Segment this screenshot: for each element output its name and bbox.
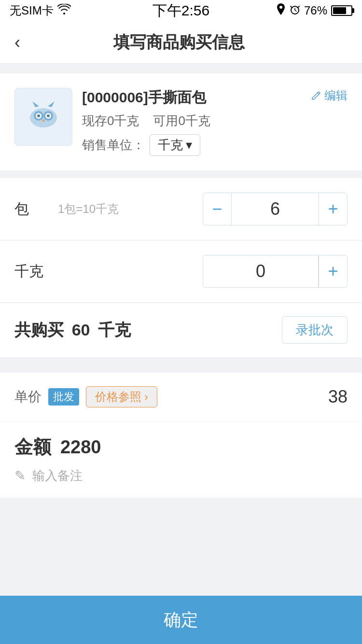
battery-percent: 76% xyxy=(304,4,327,17)
remark-placeholder: 输入备注 xyxy=(32,467,83,484)
svg-point-6 xyxy=(37,114,40,117)
wholesale-tag: 批发 xyxy=(48,388,79,406)
kilogram-increment-button[interactable]: + xyxy=(319,255,348,288)
remark-row[interactable]: ✎ 输入备注 xyxy=(14,467,348,484)
package-label: 包 xyxy=(14,199,53,219)
chevron-right-icon: › xyxy=(144,390,148,404)
kilogram-input[interactable] xyxy=(203,255,319,288)
price-section: 单价 批发 价格参照 › 38 xyxy=(0,373,362,421)
price-label: 单价 xyxy=(14,388,42,406)
total-amount: 60 xyxy=(72,321,90,339)
product-stock: 现存0千克 可用0千克 xyxy=(82,112,348,129)
batch-button[interactable]: 录批次 xyxy=(282,316,348,344)
kilogram-row: 千克 + xyxy=(0,240,362,303)
status-time: 下午2:56 xyxy=(153,1,209,21)
package-increment-button[interactable]: + xyxy=(319,193,348,225)
location-icon xyxy=(276,3,286,18)
separator-2 xyxy=(0,357,362,365)
product-card: [0000006]手撕面包 编辑 现存0千克 可用0千克 销售单位： 千克 ▾ xyxy=(0,73,362,170)
sim-label: 无SIM卡 xyxy=(10,3,54,18)
kilogram-control: + xyxy=(203,255,348,288)
wifi-icon xyxy=(57,4,71,17)
total-text: 共购买 60 千克 xyxy=(14,319,131,341)
page-title: 填写商品购买信息 xyxy=(30,31,328,54)
price-ref-button[interactable]: 价格参照 › xyxy=(86,386,157,407)
nav-bar: ‹ 填写商品购买信息 xyxy=(0,21,362,64)
status-right: 76% xyxy=(276,3,352,18)
confirm-button[interactable]: 确定 xyxy=(0,596,362,644)
package-decrement-button[interactable]: − xyxy=(203,193,232,225)
amount-value: 2280 xyxy=(60,437,101,457)
edit-button[interactable]: 编辑 xyxy=(311,88,348,103)
package-control: − + xyxy=(203,193,348,225)
product-unit-row: 销售单位： 千克 ▾ xyxy=(82,134,348,156)
quantity-section: 包 1包=10千克 − + 千克 + xyxy=(0,178,362,303)
product-name: [0000006]手撕面包 xyxy=(82,88,206,108)
back-button[interactable]: ‹ xyxy=(14,32,20,53)
kilogram-label: 千克 xyxy=(14,262,53,281)
status-bar: 无SIM卡 下午2:56 76% xyxy=(0,0,362,21)
svg-point-7 xyxy=(47,114,50,117)
product-info: [0000006]手撕面包 编辑 现存0千克 可用0千克 销售单位： 千克 ▾ xyxy=(82,88,348,156)
price-value: 38 xyxy=(328,387,348,407)
package-input[interactable] xyxy=(232,193,319,225)
package-row: 包 1包=10千克 − + xyxy=(0,178,362,240)
alarm-icon xyxy=(290,4,300,17)
product-thumbnail-icon xyxy=(27,99,60,134)
total-row: 共购买 60 千克 录批次 xyxy=(0,303,362,357)
dropdown-icon: ▾ xyxy=(186,138,192,153)
pencil-icon: ✎ xyxy=(14,468,26,484)
battery-icon xyxy=(331,5,352,16)
svg-marker-9 xyxy=(32,101,39,107)
amount-section: 金额 2280 ✎ 输入备注 xyxy=(0,421,362,498)
amount-row: 金额 2280 xyxy=(14,435,348,460)
separator-1 xyxy=(0,170,362,178)
price-ref-label: 价格参照 xyxy=(95,389,141,405)
edit-label: 编辑 xyxy=(324,88,348,103)
product-image xyxy=(14,88,72,146)
unit-select[interactable]: 千克 ▾ xyxy=(150,134,200,156)
svg-marker-10 xyxy=(48,101,55,107)
status-left: 无SIM卡 xyxy=(10,3,71,18)
package-hint: 1包=10千克 xyxy=(58,201,203,217)
svg-point-1 xyxy=(30,108,57,127)
